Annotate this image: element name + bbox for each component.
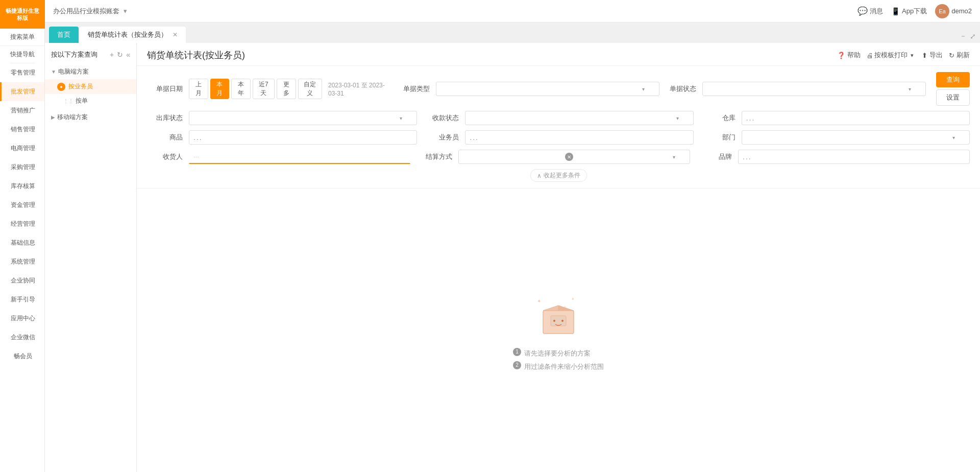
svg-marker-2	[558, 305, 574, 311]
export-button[interactable]: ⬆ 导出	[922, 51, 943, 60]
svg-text:✦: ✦	[564, 305, 566, 309]
payment-status-select[interactable]: ▾	[465, 111, 693, 125]
date-control: 上月 本月 本年 近7天 更多 自定义 2023-03-01 至 2023-03…	[189, 79, 393, 99]
sidebar-item-system-label: 系统管理	[4, 257, 42, 266]
subitem-icon: ⋮⋮	[63, 98, 74, 104]
user-initials: Ea	[939, 8, 946, 14]
sidebar-item-wholesale-label: 批发管理	[4, 87, 42, 96]
left-panel-item-by-staff[interactable]: ● 按业务员	[45, 79, 136, 94]
tab-home[interactable]: 首页	[49, 27, 79, 43]
user-profile[interactable]: Ea demo2	[935, 4, 972, 18]
sidebar-item-operations[interactable]: 经营管理	[0, 215, 44, 233]
message-button[interactable]: 💬 消息	[857, 6, 883, 16]
sidebar-item-app-center[interactable]: 应用中心	[0, 309, 44, 328]
app-download-button[interactable]: 📱 App下载	[891, 7, 927, 16]
add-scheme-icon[interactable]: +	[110, 51, 114, 59]
settlement-clear-icon[interactable]: ✕	[565, 153, 573, 161]
print-dropdown-arrow[interactable]: ▾	[909, 52, 916, 59]
filter-area: 单据日期 上月 本月 本年 近7天 更多 自定义 2023-03-01 至 20…	[137, 66, 980, 188]
date-buttons: 上月 本月 本年 近7天 更多 自定义	[189, 79, 322, 99]
tip2-text: 用过滤条件来缩小分析范围	[524, 360, 604, 373]
staff-select[interactable]: ...	[465, 130, 693, 145]
empty-state-illustration: ✦ ✦ ✦	[533, 288, 584, 339]
collapse-panel-icon[interactable]: «	[126, 51, 130, 59]
print-template-label: 按模板打印	[874, 51, 908, 60]
more-btn[interactable]: 更多	[277, 79, 296, 99]
sidebar-item-operations-label: 经营管理	[4, 220, 42, 228]
doc-type-select[interactable]: ▾	[436, 82, 659, 96]
sidebar-item-member[interactable]: 畅会员	[0, 347, 44, 366]
tab-minimize-icon[interactable]: －	[960, 32, 967, 41]
sidebar-item-finance[interactable]: 资金管理	[0, 196, 44, 215]
mobile-section-header[interactable]: ▶ 移动端方案	[45, 110, 136, 125]
export-label: 导出	[929, 51, 943, 60]
desktop-section-header[interactable]: ▼ 电脑端方案	[45, 64, 136, 79]
ship-status-select[interactable]: ▾	[189, 111, 417, 125]
sidebar-item-newbie[interactable]: 新手引导	[0, 290, 44, 309]
sidebar-search[interactable]: 搜索菜单	[0, 29, 44, 46]
goods-select[interactable]: ...	[189, 130, 417, 145]
sidebar-item-sales[interactable]: 销售管理	[0, 120, 44, 139]
last-7-days-btn[interactable]: 近7天	[253, 79, 275, 99]
sidebar-item-inventory[interactable]: 库存核算	[0, 177, 44, 196]
empty-state-tip-2: 2 用过滤条件来缩小分析范围	[513, 360, 604, 373]
sidebar-item-inventory-label: 库存核算	[4, 182, 42, 191]
sidebar-item-retail[interactable]: 零售管理	[0, 63, 44, 82]
refresh-scheme-icon[interactable]: ↻	[117, 51, 123, 59]
sidebar-item-wholesale[interactable]: 批发管理	[0, 82, 44, 101]
dept-arrow: ▾	[952, 135, 955, 140]
doc-type-label: 单据类型	[399, 84, 430, 93]
brand-select[interactable]: ...	[738, 150, 970, 164]
sidebar-item-marketing[interactable]: 营销推广	[0, 101, 44, 120]
sidebar-item-ecommerce-label: 电商管理	[4, 144, 42, 153]
sidebar-item-purchase[interactable]: 采购管理	[0, 158, 44, 177]
settlement-label: 结算方式	[416, 152, 452, 161]
this-month-btn[interactable]: 本月	[210, 79, 230, 99]
tab-maximize-icon[interactable]: ⤢	[970, 32, 976, 40]
app-download-icon: 📱	[891, 7, 900, 15]
sidebar-item-ecommerce[interactable]: 电商管理	[0, 139, 44, 158]
sidebar-item-enterprise-wechat-label: 企业微信	[4, 333, 42, 342]
sidebar-search-label[interactable]: 搜索菜单	[0, 33, 44, 41]
sidebar-item-enterprise[interactable]: 企业协同	[0, 271, 44, 290]
desktop-section-arrow: ▼	[51, 69, 56, 75]
refresh-button[interactable]: ↻ 刷新	[949, 51, 970, 60]
sidebar-shortcut[interactable]: 快捷导航	[10, 46, 35, 63]
warehouse-select[interactable]: ...	[742, 111, 970, 125]
tab-close-icon[interactable]: ✕	[173, 31, 178, 38]
filter-row-4: 收货人 ··· 结算方式 ✕ ▾ 品牌 ...	[147, 150, 970, 164]
collapse-btn[interactable]: ∧ 收起更多条件	[530, 169, 587, 182]
query-button[interactable]: 查询	[936, 72, 970, 87]
workspace-arrow[interactable]: ▾	[124, 7, 127, 15]
settings-button[interactable]: 设置	[936, 89, 970, 106]
brand-label: 品牌	[696, 152, 732, 161]
filter-collapse: ∧ 收起更多条件	[147, 169, 970, 182]
sidebar-item-enterprise-wechat[interactable]: 企业微信	[0, 328, 44, 347]
sidebar-item-system[interactable]: 系统管理	[0, 252, 44, 271]
mobile-section-title: 移动端方案	[57, 113, 130, 122]
doc-status-select[interactable]: ▾	[702, 82, 926, 96]
left-panel-subitem-by-order[interactable]: ⋮⋮ 按单	[45, 94, 136, 108]
print-template-button[interactable]: 🖨 按模板打印 ▾	[867, 51, 916, 60]
user-avatar: Ea	[935, 4, 949, 18]
app-logo-subtext: 标版	[17, 14, 28, 21]
filter-row-3: 商品 ... 业务员 ... 部门 ▾	[147, 130, 970, 145]
collapse-arrow-icon: ∧	[537, 172, 542, 179]
help-button[interactable]: ❓ 帮助	[837, 51, 861, 60]
sidebar-item-marketing-label: 营销推广	[4, 106, 42, 115]
left-panel-header-text: 按以下方案查询	[51, 50, 97, 59]
sidebar-item-basic[interactable]: 基础信息	[0, 233, 44, 252]
desktop-section: ▼ 电脑端方案 ● 按业务员 ⋮⋮ 按单	[45, 64, 136, 108]
dept-select[interactable]: ▾	[742, 130, 970, 145]
custom-btn[interactable]: 自定义	[298, 79, 322, 99]
tab-sales-stats[interactable]: 销货单统计表（按业务员） ✕	[80, 27, 186, 43]
refresh-label: 刷新	[957, 51, 970, 60]
payment-status-label: 收款状态	[423, 113, 459, 123]
settlement-select[interactable]: ✕ ▾	[458, 150, 690, 164]
last-month-btn[interactable]: 上月	[189, 79, 208, 99]
this-year-btn[interactable]: 本年	[231, 79, 251, 99]
message-icon: 💬	[857, 6, 868, 16]
user-name: demo2	[951, 7, 972, 15]
receiver-input[interactable]: ···	[189, 150, 410, 164]
content-area: 按以下方案查询 + ↻ « ▼ 电脑端方案 ● 按业务员 ⋮⋮	[45, 43, 980, 472]
